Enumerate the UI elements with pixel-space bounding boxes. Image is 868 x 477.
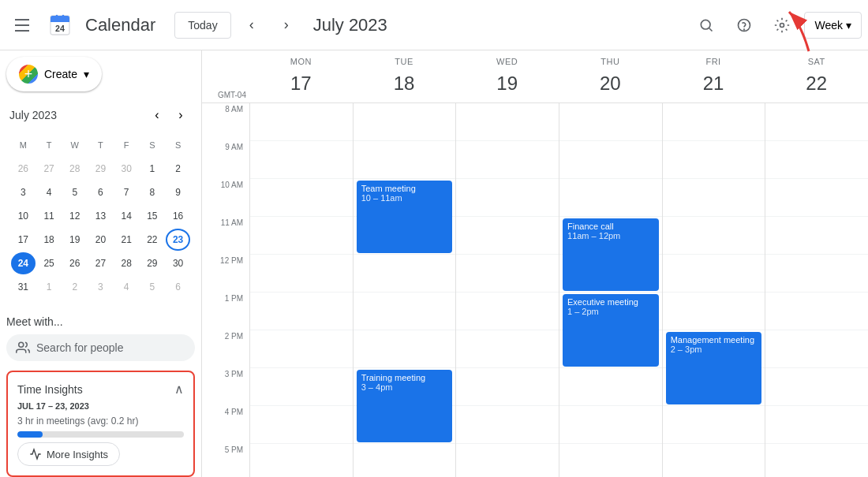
mini-cal-day[interactable]: 3 [88,276,113,298]
time-slot[interactable] [663,103,765,141]
mini-cal-day[interactable]: 2 [166,158,190,180]
mini-cal-day[interactable]: 6 [166,276,190,298]
time-slot[interactable] [765,179,868,217]
mini-cal-day[interactable]: 17 [11,229,36,251]
mini-cal-day[interactable]: 19 [62,229,87,251]
settings-button[interactable] [766,9,798,41]
help-button[interactable] [728,9,760,41]
mini-cal-day[interactable]: 3 [11,181,36,203]
day-number[interactable]: 19 [492,68,523,99]
mini-cal-day[interactable]: 30 [166,252,190,274]
mini-cal-day[interactable]: 26 [62,252,87,274]
mini-cal-day[interactable]: 21 [114,229,139,251]
time-slot[interactable] [354,293,456,330]
time-slot[interactable] [354,330,456,368]
mini-cal-day[interactable]: 24 [11,252,36,274]
mini-cal-day[interactable]: 31 [11,276,36,298]
calendar-event[interactable]: Finance call11am – 12pm [563,218,659,291]
mini-cal-day[interactable]: 11 [37,205,62,227]
time-slot[interactable] [663,217,765,255]
time-slot[interactable] [559,103,662,141]
time-slot[interactable] [456,179,559,217]
mini-cal-day[interactable]: 29 [88,158,113,180]
time-slot[interactable] [559,368,662,406]
time-slot[interactable] [663,179,765,217]
calendar-event[interactable]: Training meeting3 – 4pm [357,370,453,442]
time-slot[interactable] [765,103,868,141]
time-slot[interactable] [456,368,559,406]
time-slot[interactable] [250,444,353,477]
mini-cal-day[interactable]: 4 [114,276,139,298]
time-slot[interactable] [765,368,868,406]
mini-cal-day[interactable]: 27 [37,158,62,180]
time-slot[interactable] [559,141,662,179]
time-slot[interactable] [456,330,559,368]
time-slot[interactable] [250,368,353,406]
prev-arrow[interactable]: ‹ [238,11,266,39]
next-arrow[interactable]: › [272,11,301,39]
mini-cal-next[interactable]: › [170,104,192,126]
mini-cal-day[interactable]: 5 [140,276,165,298]
mini-cal-day[interactable]: 6 [88,181,113,203]
time-slot[interactable] [559,444,662,477]
mini-cal-day[interactable]: 12 [62,205,87,227]
mini-cal-day[interactable]: 20 [88,229,113,251]
time-slot[interactable] [765,293,868,330]
mini-cal-day[interactable]: 13 [88,205,113,227]
time-slot[interactable] [354,141,456,179]
time-slot[interactable] [250,179,353,217]
time-slot[interactable] [765,217,868,255]
time-slot[interactable] [765,444,868,477]
time-slot[interactable] [354,444,456,477]
mini-cal-day[interactable]: 23 [166,229,190,251]
mini-cal-day[interactable]: 2 [62,276,87,298]
mini-cal-day[interactable]: 16 [166,205,190,227]
time-slot[interactable] [456,444,559,477]
day-number[interactable]: 18 [388,68,420,99]
time-slot[interactable] [456,217,559,255]
time-slot[interactable] [250,330,353,368]
more-insights-button[interactable]: More Insights [17,442,120,466]
time-slot[interactable] [250,141,353,179]
calendar-event[interactable]: Management meeting2 – 3pm [666,332,762,404]
mini-cal-day[interactable]: 22 [140,229,165,251]
mini-cal-day[interactable]: 27 [88,252,113,274]
mini-cal-day[interactable]: 25 [37,252,62,274]
mini-cal-day[interactable]: 4 [37,181,62,203]
time-slot[interactable] [354,103,456,141]
mini-cal-day[interactable]: 1 [37,276,62,298]
mini-cal-prev[interactable]: ‹ [146,104,168,126]
mini-cal-day[interactable]: 14 [114,205,139,227]
day-number[interactable]: 21 [698,68,729,99]
hamburger-menu[interactable] [6,9,38,41]
mini-cal-day[interactable]: 7 [114,181,139,203]
time-slot[interactable] [663,141,765,179]
mini-cal-day[interactable]: 9 [166,181,190,203]
time-slot[interactable] [250,406,353,444]
mini-cal-day[interactable]: 28 [114,252,139,274]
time-slot[interactable] [250,103,353,141]
mini-cal-day[interactable]: 28 [62,158,87,180]
create-button[interactable]: + Create ▾ [6,57,102,91]
time-slot[interactable] [559,179,662,217]
mini-cal-day[interactable]: 5 [62,181,87,203]
time-slot[interactable] [765,330,868,368]
time-slot[interactable] [663,255,765,293]
time-slot[interactable] [765,406,868,444]
time-slot[interactable] [250,255,353,293]
time-slot[interactable] [456,255,559,293]
time-slot[interactable] [663,406,765,444]
day-number[interactable]: 17 [285,68,316,99]
time-slot[interactable] [456,141,559,179]
mini-cal-day[interactable]: 30 [114,158,139,180]
time-slot[interactable] [354,255,456,293]
time-slot[interactable] [765,141,868,179]
time-slot[interactable] [559,406,662,444]
calendar-event[interactable]: Team meeting10 – 11am [357,181,453,253]
mini-cal-day[interactable]: 26 [11,158,36,180]
mini-cal-day[interactable]: 18 [37,229,62,251]
time-slot[interactable] [456,406,559,444]
time-slot[interactable] [663,293,765,330]
search-people-input[interactable]: Search for people [6,334,195,361]
time-slot[interactable] [765,255,868,293]
